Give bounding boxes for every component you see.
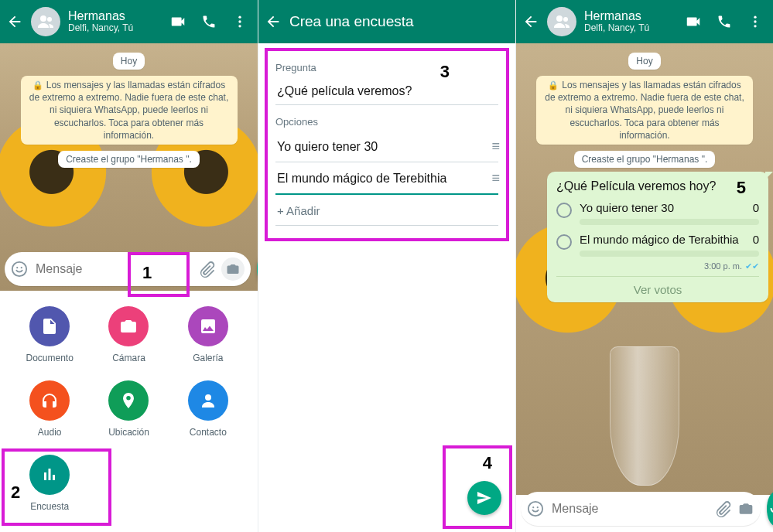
- attach-gallery[interactable]: Galería: [173, 306, 244, 363]
- attach-camera-label: Cámara: [112, 353, 145, 363]
- more-menu-icon[interactable]: [231, 13, 248, 30]
- compose-bar: [5, 252, 253, 286]
- attach-location-label: Ubicación: [108, 427, 149, 438]
- poll-header: Crea una encuesta: [258, 0, 515, 43]
- poll-option-2-label: El mundo mágico de Terabithia: [580, 233, 739, 246]
- pane-create-poll: Crea una encuesta Pregunta ¿Qué película…: [258, 0, 515, 532]
- poll-option-2-count: 0: [753, 233, 759, 246]
- svg-point-6: [16, 267, 18, 268]
- mic-button[interactable]: [767, 492, 773, 526]
- svg-point-1: [47, 17, 52, 22]
- poll-meta: 3:00 p. m.✔✔: [556, 261, 759, 271]
- options-label: Opciones: [275, 116, 498, 128]
- compose-input-container[interactable]: [5, 252, 251, 286]
- option-2-input[interactable]: El mundo mágico de Terebithia: [275, 162, 491, 193]
- attach-document-label: Documento: [26, 353, 73, 363]
- attach-poll-label: Encuesta: [30, 501, 69, 512]
- video-call-icon[interactable]: [169, 13, 186, 30]
- send-poll-button[interactable]: [467, 481, 501, 515]
- voice-call-icon[interactable]: [200, 13, 217, 30]
- attach-audio[interactable]: Audio: [14, 380, 85, 438]
- contact-icon: [188, 380, 228, 421]
- svg-point-0: [40, 15, 46, 22]
- back-arrow-icon[interactable]: [6, 13, 23, 30]
- radio-unchecked-icon[interactable]: [556, 203, 572, 218]
- system-messages: Hoy 🔒Los mensajes y las llamadas están c…: [0, 46, 258, 174]
- drag-handle-icon[interactable]: ≡: [491, 170, 498, 186]
- gallery-icon: [188, 306, 228, 346]
- attach-icon[interactable]: [714, 500, 731, 517]
- attach-camera[interactable]: Cámara: [93, 306, 164, 363]
- poll-header-title: Crea una encuesta: [289, 13, 509, 30]
- annotation-4: 4: [483, 453, 492, 473]
- poll-option-1-label: Yo quiero tener 30: [580, 201, 674, 214]
- poll-message-bubble[interactable]: ¿Qué Película veremos hoy? Yo quiero ten…: [547, 172, 768, 302]
- svg-point-8: [205, 394, 211, 401]
- camera-quick-icon[interactable]: [221, 257, 245, 281]
- group-members: Delfi, Nancy, Tú: [68, 23, 162, 34]
- chat-title-block[interactable]: Hermanas Delfi, Nancy, Tú: [68, 9, 162, 34]
- compose-input-container[interactable]: [521, 492, 761, 526]
- more-menu-icon[interactable]: [747, 13, 764, 30]
- group-created-chip: Creaste el grupo "Hermanas ".: [58, 151, 200, 168]
- group-name: Hermanas: [68, 9, 162, 23]
- poll-option-1-bar: [580, 219, 759, 225]
- attach-icon[interactable]: [198, 261, 215, 278]
- add-option-button[interactable]: + Añadir: [275, 195, 498, 226]
- emoji-icon[interactable]: [11, 261, 28, 278]
- voice-call-icon[interactable]: [716, 13, 733, 30]
- option-row-2[interactable]: El mundo mágico de Terebithia ≡: [275, 162, 498, 195]
- svg-point-7: [21, 267, 22, 268]
- poll-option-2-bar: [580, 251, 759, 257]
- location-pin-icon: [108, 380, 149, 421]
- message-input[interactable]: [550, 501, 708, 517]
- document-icon: [29, 306, 70, 346]
- group-created-chip: Creaste el grupo "Hermanas ".: [574, 151, 716, 168]
- chat-header: Hermanas Delfi, Nancy, Tú: [516, 0, 773, 43]
- attach-location[interactable]: Ubicación: [93, 380, 164, 438]
- group-avatar-icon[interactable]: [547, 7, 576, 36]
- poll-option-1[interactable]: Yo quiero tener 300: [556, 201, 759, 225]
- pane-chat-attachments: Hermanas Delfi, Nancy, Tú Hoy 🔒Los mensa…: [0, 0, 258, 532]
- option-row-1[interactable]: Yo quiero tener 30 ≡: [275, 131, 498, 162]
- svg-point-9: [556, 15, 563, 22]
- attach-gallery-label: Galería: [193, 353, 223, 363]
- back-arrow-icon[interactable]: [522, 13, 539, 30]
- group-avatar-icon[interactable]: [31, 7, 60, 36]
- chat-header: Hermanas Delfi, Nancy, Tú: [0, 0, 258, 43]
- attach-document[interactable]: Documento: [14, 306, 85, 363]
- emoji-icon[interactable]: [527, 500, 544, 517]
- question-input[interactable]: ¿Qué película veremos?: [275, 77, 498, 105]
- svg-point-5: [12, 262, 26, 276]
- group-members: Delfi, Nancy, Tú: [584, 23, 677, 34]
- attach-audio-label: Audio: [38, 427, 62, 438]
- svg-point-3: [238, 20, 241, 22]
- view-votes-button[interactable]: Ver votos: [556, 276, 759, 298]
- camera-quick-icon[interactable]: [737, 500, 754, 517]
- poll-option-2[interactable]: El mundo mágico de Terabithia0: [556, 233, 759, 257]
- compose-bar: [521, 492, 768, 526]
- chat-background-vase: [610, 346, 679, 486]
- drag-handle-icon[interactable]: ≡: [491, 138, 498, 155]
- svg-point-15: [532, 506, 534, 508]
- poll-icon: [29, 455, 70, 495]
- chat-title-block[interactable]: Hermanas Delfi, Nancy, Tú: [584, 9, 677, 34]
- attach-contact[interactable]: Contacto: [173, 380, 244, 438]
- radio-unchecked-icon[interactable]: [556, 234, 572, 250]
- option-1-input[interactable]: Yo quiero tener 30: [275, 131, 491, 162]
- message-input[interactable]: [34, 261, 192, 277]
- svg-point-10: [563, 17, 568, 22]
- back-arrow-icon[interactable]: [265, 13, 282, 30]
- encryption-text: Los mensajes y las llamadas están cifrad…: [29, 80, 228, 141]
- encryption-notice[interactable]: 🔒Los mensajes y las llamadas están cifra…: [536, 76, 753, 145]
- video-call-icon[interactable]: [685, 13, 702, 30]
- attach-poll[interactable]: Encuesta: [14, 455, 85, 512]
- headphones-icon: [29, 380, 70, 421]
- svg-point-11: [754, 16, 756, 19]
- svg-point-13: [754, 25, 756, 27]
- lock-icon: 🔒: [548, 80, 559, 90]
- camera-icon: [108, 306, 149, 346]
- encryption-notice[interactable]: 🔒Los mensajes y las llamadas están cifra…: [21, 76, 238, 145]
- poll-option-1-count: 0: [753, 201, 759, 214]
- svg-point-12: [754, 20, 756, 22]
